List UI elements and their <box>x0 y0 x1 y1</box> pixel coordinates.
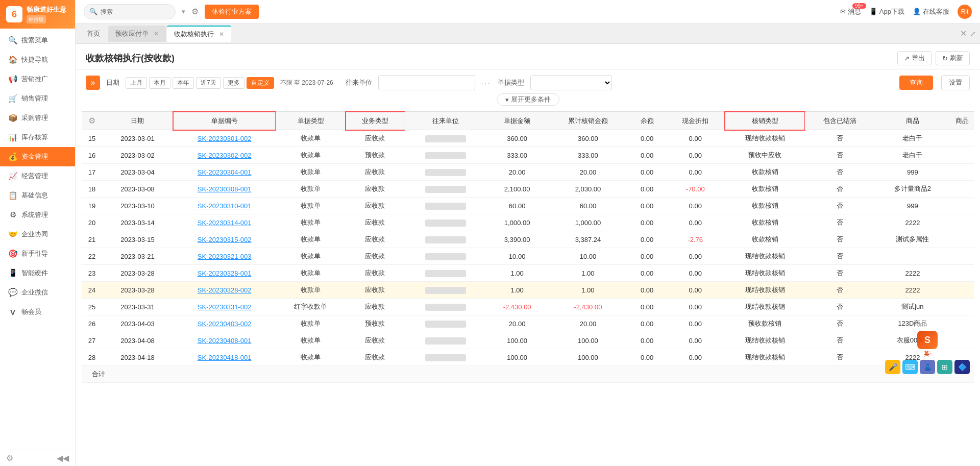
watermark-icon-keyboard[interactable]: ⌨ <box>902 360 918 374</box>
col-product1-header[interactable]: 商品 <box>875 112 950 130</box>
sidebar-item-marketing[interactable]: 📢 营销推广 <box>0 69 75 89</box>
vip-icon: V <box>8 308 17 316</box>
sidebar-settings-icon[interactable]: ⚙ <box>6 453 13 463</box>
sidebar-item-enterprise-wechat[interactable]: 💬 企业微信 <box>0 283 75 302</box>
col-amount-header[interactable]: 单据金额 <box>486 112 548 130</box>
cell-balance: 0.00 <box>628 181 666 198</box>
refresh-button[interactable]: ↻ 刷新 <box>936 51 970 65</box>
cell-no: 19 <box>82 198 102 214</box>
cell-date: 2023-03-08 <box>102 181 173 198</box>
sidebar-item-system[interactable]: ⚙ 系统管理 <box>0 205 75 225</box>
enterprise-wechat-icon: 💬 <box>8 288 17 297</box>
topbar-dropdown-arrow[interactable]: ▾ <box>182 8 185 15</box>
col-write-off-type-header[interactable]: 核销类型 <box>725 112 805 130</box>
sidebar-item-label-basic-info: 基础信息 <box>21 191 48 200</box>
cell-bill-no: SK-20230308-001 <box>173 181 276 198</box>
col-date-header[interactable]: 日期 <box>102 112 173 130</box>
cell-date: 2023-03-04 <box>102 164 173 181</box>
watermark-logo: S <box>917 331 938 349</box>
col-bill-no-header[interactable]: 单据编号 <box>173 112 276 130</box>
col-balance-header[interactable]: 余额 <box>628 112 666 130</box>
tab-home[interactable]: 首页 <box>80 26 107 42</box>
col-product2-header[interactable]: 商品 <box>950 112 974 130</box>
tab-prepay-close-icon[interactable]: ✕ <box>154 30 159 37</box>
col-written-off-header[interactable]: 累计核销金额 <box>548 112 628 130</box>
tab-expand-icon[interactable]: ⤢ <box>970 30 976 38</box>
topbar-search-box[interactable]: 🔍 <box>84 4 176 19</box>
cell-no: 23 <box>82 265 102 282</box>
cell-written-off: 1.00 <box>548 265 628 282</box>
sidebar-item-basic-info[interactable]: 📋 基础信息 <box>0 186 75 205</box>
sidebar-item-label-operations: 经营管理 <box>21 171 48 181</box>
watermark-icon-shirt[interactable]: 👗 <box>920 360 935 374</box>
sidebar-item-operations[interactable]: 📈 经营管理 <box>0 166 75 186</box>
filter-partner-input[interactable] <box>378 75 475 90</box>
tab-prepay[interactable]: 预收应付单 ✕ <box>108 26 166 42</box>
export-button[interactable]: ↗ 导出 <box>897 51 932 65</box>
cell-bill-no: SK-20230328-001 <box>173 265 276 282</box>
sidebar-item-smart-hardware[interactable]: 📱 智能硬件 <box>0 263 75 283</box>
topbar-gear-icon[interactable]: ⚙ <box>191 7 199 16</box>
table-footer-row: 合计 <box>82 366 974 383</box>
sidebar-collapse-icon[interactable]: ◀◀ <box>57 453 69 463</box>
sidebar-item-vip[interactable]: V 畅会员 <box>0 302 75 322</box>
sidebar-item-beginner[interactable]: 🎯 新手引导 <box>0 244 75 263</box>
cell-bill-type: 收款单 <box>276 198 345 214</box>
filter-toggle-button[interactable]: » <box>86 76 100 90</box>
purchase-icon: 📦 <box>8 113 17 122</box>
col-biz-type-header[interactable]: 业务类型 <box>346 112 405 130</box>
user-avatar[interactable]: Rit <box>958 5 972 19</box>
cell-partner <box>404 282 486 299</box>
cell-amount: 3,390.00 <box>486 231 548 248</box>
page-title: 收款核销执行(按收款) <box>86 52 175 64</box>
cell-no: 20 <box>82 214 102 231</box>
col-included-header[interactable]: 包含已结清 <box>805 112 874 130</box>
sidebar-item-inventory[interactable]: 📊 库存核算 <box>0 128 75 147</box>
watermark-icon-mic[interactable]: 🎤 <box>885 360 900 374</box>
filter-last-month-btn[interactable]: 上月 <box>126 77 147 89</box>
cell-cash-discount: 0.00 <box>666 282 725 299</box>
filter-custom-btn[interactable]: 自定义 <box>247 77 274 89</box>
topbar-message-button[interactable]: ✉ 消息 99+ <box>840 7 861 16</box>
sidebar-item-sales[interactable]: 🛒 销售管理 <box>0 89 75 108</box>
filter-settings-button[interactable]: 设置 <box>941 75 970 90</box>
cell-bill-no: SK-20230310-001 <box>173 198 276 214</box>
col-partner-header[interactable]: 往来单位 <box>404 112 486 130</box>
cell-amount: 100.00 <box>486 349 548 366</box>
filter-partner-label: 往来单位 <box>346 78 372 87</box>
topbar-search-input[interactable] <box>101 8 170 15</box>
sidebar-item-enterprise-coop[interactable]: 🤝 企业协同 <box>0 225 75 244</box>
cell-write-off-type: 预收中应收 <box>725 147 805 164</box>
col-cash-discount-header[interactable]: 现金折扣 <box>666 112 725 130</box>
sidebar-item-search[interactable]: 🔍 搜索菜单 <box>0 31 75 50</box>
col-bill-type-header[interactable]: 单据类型 <box>276 112 345 130</box>
basic-info-icon: 📋 <box>8 191 17 200</box>
filter-query-button[interactable]: 查询 <box>899 76 933 90</box>
filter-this-month-btn[interactable]: 本月 <box>149 77 170 89</box>
tab-close-all-icon[interactable]: ✕ <box>960 29 967 38</box>
cell-written-off: 60.00 <box>548 198 628 214</box>
sidebar-item-finance[interactable]: 💰 资金管理 <box>0 147 75 166</box>
cell-amount: 10.00 <box>486 248 548 265</box>
industry-solution-button[interactable]: 体验行业方案 <box>205 5 259 19</box>
tab-collection-close-icon[interactable]: ✕ <box>219 31 224 38</box>
filter-more-btn[interactable]: 更多 <box>223 77 244 89</box>
col-settings-header[interactable]: ⚙ <box>82 112 102 130</box>
watermark-icon-extra[interactable]: 🔷 <box>954 360 970 374</box>
sidebar-item-quick-nav[interactable]: 🏠 快捷导航 <box>0 50 75 69</box>
filter-this-year-btn[interactable]: 本年 <box>173 77 194 89</box>
tab-collection[interactable]: 收款核销执行 ✕ <box>167 26 231 42</box>
topbar-online-service-button[interactable]: 👤 在线客服 <box>913 7 949 16</box>
watermark-icon-grid[interactable]: ⊞ <box>937 360 952 374</box>
cell-cash-discount: 0.00 <box>666 130 725 147</box>
filter-expand-button[interactable]: ▾ 展开更多条件 <box>497 93 559 106</box>
filter-bill-type-select[interactable] <box>530 75 612 90</box>
filter-7days-btn[interactable]: 近7天 <box>196 77 221 89</box>
cell-product2 <box>950 282 974 299</box>
filter-date-range-text: 不限 至 2023-07-26 <box>280 79 333 87</box>
topbar-app-download-button[interactable]: 📱 App下载 <box>869 7 904 16</box>
sidebar-item-purchase[interactable]: 📦 采购管理 <box>0 108 75 128</box>
cell-product1: 2222 <box>875 282 950 299</box>
smart-hardware-icon: 📱 <box>8 268 17 278</box>
cell-balance: 0.00 <box>628 349 666 366</box>
